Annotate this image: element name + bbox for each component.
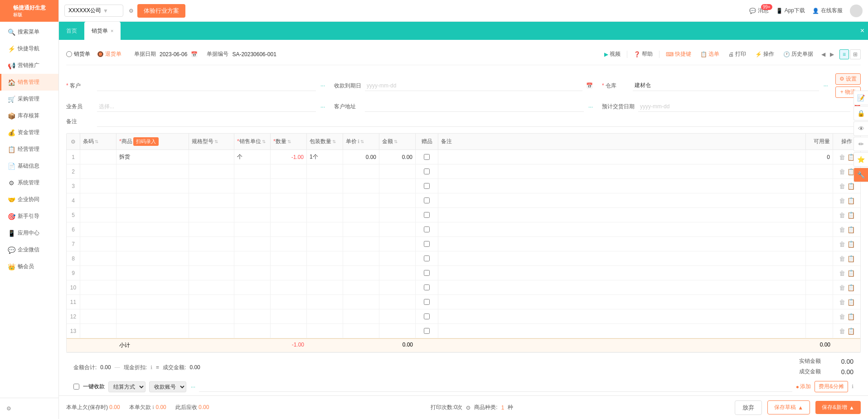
sidebar-item-enterprise[interactable]: 🤝 企业协同 xyxy=(0,191,58,208)
copy-icon[interactable]: 📋 xyxy=(847,183,855,190)
video-btn[interactable]: ▶ 视频 xyxy=(601,49,623,59)
company-selector[interactable]: XXXXXX公司 ▼ xyxy=(64,5,123,17)
set-btn[interactable]: ⚙ 设置 xyxy=(835,73,861,85)
draft-btn[interactable]: 保存草稿 ▲ xyxy=(767,400,810,414)
operation-btn[interactable]: ⚡ 操作 xyxy=(752,49,777,59)
td-price-1[interactable]: 0.00 xyxy=(343,150,379,164)
nav-next[interactable]: ▶ xyxy=(828,50,836,58)
gear-icon-header[interactable]: ⚙ xyxy=(129,8,134,14)
td-barcode-1[interactable] xyxy=(80,150,116,164)
delete-icon[interactable]: 🗑 xyxy=(839,299,845,306)
delete-icon[interactable]: 🗑 xyxy=(839,270,845,277)
td-qty-1[interactable]: -1.00 xyxy=(271,150,307,164)
history-btn[interactable]: 🕐 历史单据 xyxy=(781,49,816,59)
delete-icon[interactable]: 🗑 xyxy=(839,183,845,190)
gift-checkbox-1[interactable] xyxy=(424,154,430,160)
customer-input[interactable] xyxy=(97,81,316,91)
discount-info-icon[interactable]: ℹ xyxy=(150,365,152,371)
avatar[interactable] xyxy=(850,5,863,17)
payment-cal-icon[interactable]: 📅 xyxy=(586,82,593,89)
td-remark-1[interactable] xyxy=(438,150,806,164)
copy-icon[interactable]: 📋 xyxy=(847,226,855,233)
tab-bar-close-icon[interactable]: × xyxy=(860,27,864,35)
warehouse-input[interactable] xyxy=(633,81,819,91)
online-service-btn[interactable]: 👤 在线客服 xyxy=(812,7,843,14)
sidebar-settings-btn[interactable]: ⚙ xyxy=(0,402,58,415)
radio-sale-input[interactable] xyxy=(66,51,72,57)
sidebar-item-inventory[interactable]: 📦 库存核算 xyxy=(0,107,58,124)
add-payment-btn[interactable]: ● 添加 xyxy=(796,383,811,390)
debt-info-icon[interactable]: ℹ xyxy=(152,405,154,410)
copy-icon[interactable]: 📋 xyxy=(847,299,855,306)
fee-info-icon[interactable]: ℹ xyxy=(852,384,853,390)
radio-sale[interactable]: 销货单 xyxy=(66,50,90,58)
sidebar-item-operation[interactable]: 📋 经营管理 xyxy=(0,141,58,158)
app-download-btn[interactable]: 📱 App下载 xyxy=(776,7,805,14)
sidebar-item-member[interactable]: 👑 畅会员 xyxy=(0,258,58,275)
td-goods-1[interactable]: 拆货 xyxy=(116,150,189,164)
sidebar-item-sales[interactable]: 🏠 销售管理 xyxy=(0,74,58,91)
copy-icon[interactable]: 📋 xyxy=(847,241,855,248)
select-btn[interactable]: 📋 选单 xyxy=(698,49,722,59)
tab-home[interactable]: 首页 xyxy=(59,22,84,40)
sidebar-item-quick-nav[interactable]: ⚡ 快捷导航 xyxy=(0,40,58,57)
copy-icon[interactable]: 📋 xyxy=(847,212,855,219)
sidebar-item-purchase[interactable]: 🛒 采购管理 xyxy=(0,91,58,107)
delete-icon[interactable]: 🗑 xyxy=(839,226,845,233)
payment-date-input[interactable] xyxy=(365,81,582,91)
sidebar-item-wechat[interactable]: 💬 企业微信 xyxy=(0,241,58,258)
copy-icon[interactable]: 📋 xyxy=(847,255,855,262)
th-qty-sort[interactable]: ⇅ xyxy=(287,139,291,144)
delete-icon[interactable]: 🗑 xyxy=(839,241,845,248)
copy-icon[interactable]: 📋 xyxy=(847,284,855,291)
customer-addr-input[interactable] xyxy=(365,101,584,112)
sidebar-item-system[interactable]: ⚙ 系统管理 xyxy=(0,174,58,191)
delete-icon[interactable]: 🗑 xyxy=(839,284,845,291)
notes-input[interactable] xyxy=(97,116,861,127)
td-gift-1[interactable] xyxy=(416,150,438,164)
th-price-sort[interactable]: ⇅ xyxy=(360,139,364,144)
warehouse-more-icon[interactable]: ··· xyxy=(824,82,828,89)
save-new-dropdown-icon[interactable]: ▲ xyxy=(849,405,854,411)
trial-btn[interactable]: 体验行业方案 xyxy=(137,4,185,18)
delete-icon-1[interactable]: 🗑 xyxy=(839,154,845,161)
td-amount-1[interactable]: 0.00 xyxy=(379,150,416,164)
float-lock-btn[interactable]: 🔒 xyxy=(853,106,868,120)
copy-icon[interactable]: 📋 xyxy=(847,313,855,320)
th-unit-sort[interactable]: ⇅ xyxy=(262,139,266,144)
fee-btn[interactable]: 费用&分摊 xyxy=(815,381,848,392)
sidebar-item-basic-info[interactable]: 📄 基础信息 xyxy=(0,158,58,174)
copy-icon[interactable]: 📋 xyxy=(847,327,855,335)
one-click-payment-checkbox[interactable] xyxy=(73,384,79,390)
help-btn[interactable]: ❓ 帮助 xyxy=(631,49,655,59)
price-info-icon[interactable]: ℹ xyxy=(358,139,359,144)
sidebar-item-marketing[interactable]: 📢 营销推广 xyxy=(0,57,58,74)
payment-method-select[interactable]: 结算方式 xyxy=(108,381,145,392)
th-barcode-sort[interactable]: ⇅ xyxy=(95,139,98,144)
sidebar-item-guide[interactable]: 🎯 新手引导 xyxy=(0,208,58,225)
draft-dropdown-icon[interactable]: ▲ xyxy=(798,405,803,411)
radio-return-input[interactable] xyxy=(97,51,103,57)
customer-more-icon[interactable]: ··· xyxy=(320,82,325,89)
salesperson-input[interactable] xyxy=(97,101,316,112)
float-eye-btn[interactable]: 👁 xyxy=(853,121,868,136)
delete-icon[interactable]: 🗑 xyxy=(839,168,845,175)
shortcut-btn[interactable]: ⌨ 快捷键 xyxy=(663,49,694,59)
float-star-btn[interactable]: ⭐ xyxy=(853,152,868,167)
view-list-btn[interactable]: ≡ xyxy=(839,49,849,59)
delete-icon[interactable]: 🗑 xyxy=(839,313,845,320)
print-btn[interactable]: 🖨 打印 xyxy=(726,49,749,59)
save-new-btn[interactable]: 保存&新增 ▲ xyxy=(815,401,861,414)
tab-close-icon[interactable]: × xyxy=(111,28,113,34)
sidebar-item-search[interactable]: 🔍 搜索菜单 xyxy=(0,24,58,40)
expected-delivery-input[interactable] xyxy=(638,101,850,112)
salesperson-more-icon[interactable]: ··· xyxy=(320,104,325,110)
radio-return[interactable]: 退货单 xyxy=(97,50,121,58)
float-action-btn[interactable]: 🔧 xyxy=(853,168,868,182)
discard-btn[interactable]: 放弃 xyxy=(735,400,762,415)
customer-addr-more-icon[interactable]: ··· xyxy=(588,104,593,110)
payment-account-select[interactable]: 收款账号 xyxy=(149,381,186,392)
payment-amount-input[interactable] xyxy=(199,381,792,392)
delete-icon[interactable]: 🗑 xyxy=(839,212,845,219)
th-amount-sort[interactable]: ⇅ xyxy=(394,139,398,144)
